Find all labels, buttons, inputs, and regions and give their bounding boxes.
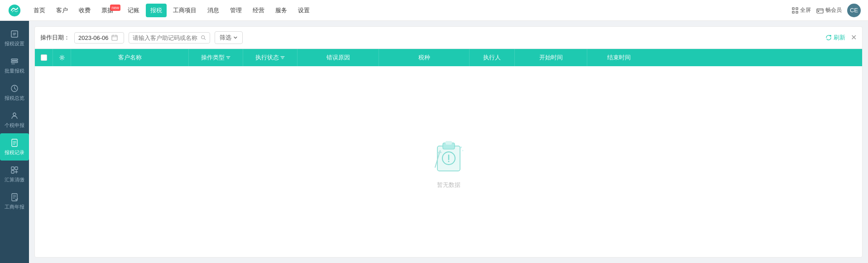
fullscreen-label: 全屏	[800, 6, 811, 14]
toolbar: 操作日期： 2023-06-06 筛选 刷新	[35, 27, 862, 49]
refresh-label: 刷新	[834, 34, 845, 42]
date-input[interactable]: 2023-06-06	[74, 32, 124, 44]
sidebar-item-tax-settings[interactable]: 报税设置	[0, 24, 29, 52]
svg-point-12	[13, 113, 16, 116]
date-value: 2023-06-06	[78, 34, 109, 41]
sidebar-label-tax-settings: 报税设置	[5, 40, 24, 47]
annual-report-icon	[10, 192, 19, 202]
th-client-name: 客户名称	[71, 49, 189, 66]
empty-icon	[428, 135, 469, 175]
svg-rect-5	[817, 9, 823, 13]
sidebar-label-tax-record: 报税记录	[5, 149, 24, 156]
member-btn[interactable]: 畅会员	[816, 6, 842, 14]
svg-rect-15	[15, 167, 18, 170]
table-body: 暂无数据	[35, 66, 862, 257]
sidebar-label-personal-tax: 个税申报	[5, 122, 24, 129]
sidebar-item-personal-tax[interactable]: 个税申报	[0, 106, 29, 133]
filter-btn[interactable]: 筛选	[215, 31, 243, 44]
top-nav-right: 全屏 畅会员 CE	[792, 4, 861, 17]
svg-rect-23	[446, 141, 452, 145]
search-icon	[201, 34, 206, 41]
table-container: 操作日期： 2023-06-06 筛选 刷新	[34, 26, 863, 258]
sidebar-label-annual-report: 工商年报	[5, 204, 24, 210]
settings-gear-icon	[59, 54, 65, 61]
new-badge: new	[110, 5, 120, 11]
filter-icon-status	[280, 55, 285, 60]
nav-menu: 首页 客户 收费 票据 new 记账 报税 工商项目 消息 管理 经营 服务 设…	[29, 4, 792, 17]
sidebar-item-tax-summary[interactable]: 报税总览	[0, 79, 29, 106]
sidebar-label-reconcile: 汇算清缴	[5, 176, 24, 183]
svg-rect-16	[11, 170, 14, 173]
th-start-time: 开始时间	[515, 49, 587, 66]
fullscreen-btn[interactable]: 全屏	[792, 6, 811, 14]
sidebar: 报税设置 批量报税 报税总览 个税申报 报税记录	[0, 21, 29, 263]
svg-point-29	[460, 146, 462, 148]
sidebar-label-batch-tax: 批量报税	[5, 68, 24, 74]
search-box[interactable]	[129, 32, 210, 44]
nav-item-operation[interactable]: 经营	[248, 4, 269, 17]
close-btn[interactable]: ✕	[851, 34, 857, 41]
empty-text: 暂无数据	[437, 181, 460, 189]
refresh-btn[interactable]: 刷新	[825, 34, 845, 42]
top-nav: 首页 客户 收费 票据 new 记账 报税 工商项目 消息 管理 经营 服务 设…	[0, 0, 868, 21]
svg-rect-8	[11, 59, 18, 60]
nav-item-settings[interactable]: 设置	[293, 4, 314, 17]
member-label: 畅会员	[825, 6, 842, 14]
avatar[interactable]: CE	[847, 4, 861, 17]
svg-point-26	[448, 161, 449, 162]
tax-record-icon	[10, 138, 19, 148]
sidebar-item-annual-report[interactable]: 工商年报	[0, 188, 29, 215]
nav-item-home[interactable]: 首页	[29, 4, 50, 17]
nav-item-message[interactable]: 消息	[203, 4, 224, 17]
filter-label: 筛选	[220, 34, 231, 42]
calendar-icon	[111, 34, 118, 41]
svg-rect-18	[112, 35, 117, 40]
th-executor: 执行人	[470, 49, 515, 66]
search-input[interactable]	[133, 34, 198, 41]
th-error-reason: 错误原因	[297, 49, 379, 66]
empty-state: 暂无数据	[428, 135, 469, 189]
table-header: 客户名称 操作类型 执行状态 错误原因 税种 执行人 开始时间 结束时间	[35, 49, 862, 66]
th-tax-type: 税种	[379, 49, 470, 66]
th-op-type[interactable]: 操作类型	[189, 49, 243, 66]
svg-rect-1	[792, 8, 794, 10]
sidebar-item-reconcile[interactable]: 汇算清缴	[0, 161, 29, 188]
svg-point-19	[201, 36, 204, 39]
svg-rect-2	[796, 8, 798, 10]
personal-tax-icon	[10, 111, 19, 121]
sidebar-label-tax-summary: 报税总览	[5, 95, 24, 102]
th-exec-status[interactable]: 执行状态	[243, 49, 297, 66]
svg-rect-3	[792, 11, 794, 13]
sidebar-item-batch-tax[interactable]: 批量报税	[0, 52, 29, 79]
main-layout: 报税设置 批量报税 报税总览 个税申报 报税记录	[0, 21, 868, 263]
th-end-time: 结束时间	[587, 49, 651, 66]
nav-item-manage[interactable]: 管理	[225, 4, 246, 17]
svg-rect-9	[11, 61, 18, 63]
th-settings[interactable]	[53, 49, 71, 66]
header-checkbox[interactable]	[41, 54, 47, 61]
nav-item-invoice[interactable]: 票据 new	[97, 4, 121, 17]
th-checkbox[interactable]	[35, 49, 53, 66]
batch-tax-icon	[10, 56, 19, 66]
svg-rect-14	[11, 167, 14, 170]
svg-rect-4	[796, 11, 798, 13]
nav-item-biz[interactable]: 工商项目	[168, 4, 201, 17]
chevron-down-icon	[233, 35, 238, 40]
nav-item-fee[interactable]: 收费	[74, 4, 95, 17]
nav-item-account[interactable]: 记账	[123, 4, 144, 17]
nav-item-client[interactable]: 客户	[52, 4, 72, 17]
svg-rect-6	[818, 11, 819, 12]
date-label: 操作日期：	[40, 34, 70, 42]
svg-point-20	[61, 57, 62, 58]
toolbar-right: 刷新 ✕	[825, 34, 857, 42]
tax-summary-icon	[10, 83, 19, 93]
sidebar-item-tax-record[interactable]: 报税记录	[0, 133, 29, 161]
nav-item-tax[interactable]: 报税	[146, 4, 167, 17]
filter-icon-op	[226, 55, 230, 60]
nav-item-service[interactable]: 服务	[271, 4, 292, 17]
svg-rect-10	[11, 63, 15, 64]
reconcile-icon	[10, 165, 19, 175]
app-logo[interactable]	[7, 3, 22, 18]
tax-settings-icon	[10, 29, 19, 39]
content-area: 操作日期： 2023-06-06 筛选 刷新	[29, 21, 868, 263]
